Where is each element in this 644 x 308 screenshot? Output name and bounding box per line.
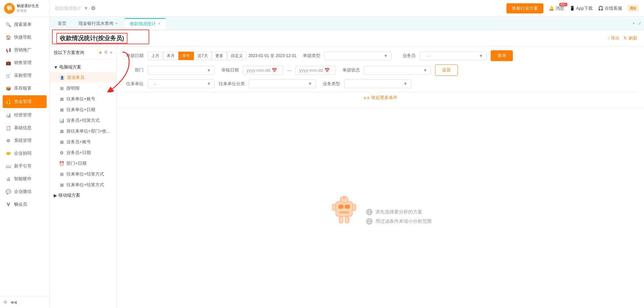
sidebar-item-label: 企业微信 [14, 189, 32, 195]
result-area: 1 请先选择要分析的方案 2 用过滤条件来缩小分析范围 [117, 108, 644, 308]
online-service[interactable]: 🎧 在线客服 [598, 5, 622, 11]
date-filter-control: 上月 本月 本年 近7天 更多 自定义 2023-01-01 至 2023-12… [148, 52, 296, 60]
robot-illustration [329, 191, 359, 225]
date-tab-last-month[interactable]: 上月 [148, 52, 163, 60]
plan-salesperson-account[interactable]: ⊠ 业务员+账号 [50, 137, 116, 147]
partner-category-select[interactable]: ▼ [249, 79, 316, 88]
doc-type-arrow: ▼ [384, 53, 388, 58]
app-download[interactable]: 📱 App下载 [570, 5, 593, 11]
plan-by-detail[interactable]: ⊞ 按明细 [50, 83, 116, 94]
add-plan-btn[interactable]: + [99, 50, 102, 56]
dept-select[interactable]: ▼ [148, 66, 215, 75]
sidebar-item-label: 系统管理 [14, 138, 32, 144]
collapse-filter-btn[interactable]: ∧∧ 收起更多条件 [123, 92, 637, 103]
desktop-group-label[interactable]: ▼ 电脑端方案 [50, 62, 116, 72]
sidebar-item-newbie[interactable]: 📖 新手引导 [0, 160, 49, 172]
sidebar-item-enterprise[interactable]: 🤝 企业协同 [0, 147, 49, 160]
plan-settings-icon[interactable]: ⚙ [104, 50, 108, 56]
plan-partner-date[interactable]: ⊠ 往来单位+日期 [50, 104, 116, 115]
empty-tip-2: 2 用过滤条件来缩小分析范围 [366, 218, 432, 225]
tab-receipt[interactable]: 收款情况统计 × [124, 18, 166, 29]
topbar-breadcrumb: 收款情况统计 ▼ ⚙ [55, 5, 502, 11]
detail-icon: ⊞ [59, 86, 64, 91]
settings-icon[interactable]: ⚙ [91, 5, 96, 11]
export-btn[interactable]: ↑ 导出 [607, 35, 620, 41]
user-avatar[interactable]: Rit [628, 5, 639, 11]
doc-type-select[interactable]: ▼ [324, 51, 391, 60]
sidebar-item-search[interactable]: 🔍 搜索菜单 [0, 18, 49, 31]
sidebar-item-purchase[interactable]: 🛒 采购管理 [0, 69, 49, 82]
mobile-group-label[interactable]: ▶ 移动端方案 [50, 190, 116, 200]
sidebar-item-basic[interactable]: 📋 基础信息 [0, 121, 49, 134]
partner-dept-icon: ⊠ [59, 129, 64, 134]
plan-label: 部门+日期 [66, 160, 87, 166]
tab-home[interactable]: 首页 [52, 18, 72, 29]
plan-salesperson-date[interactable]: ⚙ 业务员+日期 [50, 147, 116, 158]
date-tab-custom[interactable]: 自定义 [227, 52, 247, 60]
tab-expand-icon[interactable]: ⤢ [638, 21, 641, 26]
audit-end-input[interactable]: yyyy-mm-dd 📅 [296, 66, 336, 75]
chevron-icon: ▼ [84, 6, 88, 11]
empty-state: 1 请先选择要分析的方案 2 用过滤条件来缩小分析范围 [329, 191, 432, 225]
plan-partner-settlement2[interactable]: ⊠ 往来单位+结算方式 [50, 179, 116, 190]
sidebar-item-member[interactable]: V 畅会员 [0, 198, 49, 211]
plan-partner-account[interactable]: ⊠ 往来单位+账号 [50, 94, 116, 104]
plan-label: 往来单位+账号 [66, 96, 95, 102]
plan-partner-settlement1[interactable]: ⊞ 往来单位+结算方式 [50, 169, 116, 179]
empty-tip-1: 1 请先选择要分析的方案 [366, 209, 432, 215]
sidebar-item-shortcut[interactable]: 🏠 快捷导航 [0, 31, 49, 44]
tab-bar: 首页 现金银行流水查询 × 收款情况统计 × × ⤢ [50, 17, 644, 30]
sidebar-item-hardware[interactable]: 🖨 智能硬件 [0, 172, 49, 185]
plan-salesperson-settlement[interactable]: 📊 业务员+结算方式 [50, 115, 116, 126]
collapse-sidebar-icon[interactable]: ◀◀ [10, 300, 17, 305]
tab-bank-close[interactable]: × [115, 21, 118, 26]
home-icon: 🏠 [5, 34, 11, 40]
export-icon: ↑ [607, 36, 610, 41]
business-type-select[interactable]: ▼ [344, 79, 411, 88]
tab-close-all-icon[interactable]: × [632, 21, 635, 26]
query-button[interactable]: 查询 [491, 50, 513, 61]
settings-button[interactable]: 设置 [435, 64, 458, 76]
plan-partner-dept-receipt[interactable]: ⊠ 按往来单位+部门+收... [50, 126, 116, 137]
salesperson-more[interactable]: ··· [427, 53, 430, 58]
collapse-panel-icon[interactable]: « [110, 50, 112, 56]
sidebar-item-operation[interactable]: 📊 经营管理 [0, 109, 49, 121]
sidebar-item-system[interactable]: ⚙ 系统管理 [0, 134, 49, 147]
dept-label: 部门 [123, 67, 144, 73]
salesperson-arrow: ▼ [479, 53, 483, 58]
date-tab-this-month[interactable]: 本月 [163, 52, 178, 60]
partner-settlement2-icon: ⊠ [59, 182, 64, 188]
plan-label: 按明细 [66, 85, 79, 91]
inventory-icon: 📦 [5, 85, 11, 91]
salesperson-filter-label: 业务员 [395, 53, 416, 59]
empty-state-content: 1 请先选择要分析的方案 2 用过滤条件来缩小分析范围 [329, 191, 432, 225]
tip-text-1: 请先选择要分析的方案 [375, 209, 422, 215]
date-tab-this-year[interactable]: 本年 [178, 52, 194, 60]
refresh-btn[interactable]: ↻ 刷新 [624, 35, 637, 41]
page-header: 收款情况统计(按业务员) ↑ 导出 ↻ 刷新 [50, 30, 644, 46]
settings-footer-icon[interactable]: ⚙ [3, 300, 7, 305]
date-tab-more[interactable]: 更多 [212, 52, 227, 60]
partner-more[interactable]: ··· [153, 81, 157, 86]
notification-area[interactable]: 🔔 消息 99+ [549, 5, 564, 11]
plan-by-salesperson[interactable]: 👤 按业务员 [50, 72, 116, 83]
sidebar-item-inventory[interactable]: 📦 库存核算 [0, 82, 49, 95]
sidebar-item-capital[interactable]: 💰 资金管理 [3, 95, 47, 108]
sales-icon: 💼 [5, 60, 11, 66]
trial-btn[interactable]: 体验行业方案 [506, 3, 543, 13]
plan-dept-date[interactable]: ⏰ 部门+日期 [50, 158, 116, 169]
doc-status-select[interactable]: ▼ [364, 66, 431, 75]
tab-receipt-close[interactable]: × [158, 21, 160, 26]
sidebar-item-label: 基础信息 [14, 125, 32, 131]
sidebar-item-marketing[interactable]: 📢 营销推广 [0, 44, 49, 56]
sidebar-item-sales[interactable]: 💼 销售管理 [0, 56, 49, 69]
mobile-group: ▶ 移动端方案 [50, 190, 116, 200]
salesperson-select[interactable]: ··· ▼ [420, 51, 487, 60]
audit-start-input[interactable]: yyyy-mm-dd 📅 [243, 66, 283, 75]
svg-rect-6 [339, 216, 343, 223]
partner-select[interactable]: ··· ▼ [148, 79, 215, 88]
tab-bank[interactable]: 现金银行流水查询 × [73, 18, 123, 29]
sidebar-item-wechat[interactable]: 💬 企业微信 [0, 185, 49, 198]
date-tab-last7[interactable]: 近7天 [194, 52, 212, 60]
date-start: 2023-01-01 [249, 53, 269, 58]
